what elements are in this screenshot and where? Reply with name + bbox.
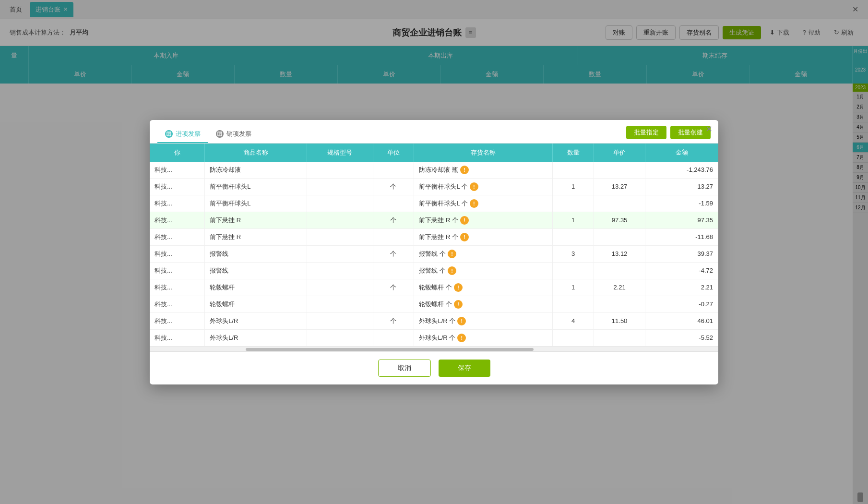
warning-icon: ! (460, 233, 469, 241)
cell-amount: 39.37 (645, 245, 718, 262)
cell-unit: 个 (373, 245, 414, 262)
cell-price (594, 296, 645, 312)
table-row[interactable]: 科技... 轮毂螺杆 个 轮毂螺杆 个! 1 2.21 2.21 (150, 279, 718, 296)
invoice-table: 你 商品名称 规格型号 单位 存货名称 数量 单价 金额 科技... 防冻冷却液 (150, 144, 718, 347)
cell-product: 报警线 (205, 245, 307, 262)
table-scrollbar[interactable] (150, 347, 718, 351)
cell-price (594, 228, 645, 245)
cell-product: 轮毂螺杆 (205, 279, 307, 296)
warning-icon: ! (448, 266, 456, 275)
cell-product: 报警线 (205, 262, 307, 279)
cell-amount: -1.59 (645, 195, 718, 212)
modal-overlay: 进项发票 销项发票 批量指定 批量创建 ✕ (0, 0, 868, 504)
modal-table-wrapper[interactable]: 你 商品名称 规格型号 单位 存货名称 数量 单价 金额 科技... 防冻冷却液 (150, 144, 718, 347)
cell-qty (553, 228, 594, 245)
cell-inventory[interactable]: 轮毂螺杆 个! (414, 296, 553, 312)
table-row[interactable]: 科技... 轮毂螺杆 轮毂螺杆 个! -0.27 (150, 296, 718, 312)
cell-unit (373, 162, 414, 179)
modal-dialog: 进项发票 销项发票 批量指定 批量创建 ✕ (150, 120, 718, 384)
scrollbar-thumb[interactable] (246, 348, 534, 351)
cell-amount: -11.68 (645, 228, 718, 245)
col-header-qty: 数量 (553, 144, 594, 162)
table-row[interactable]: 科技... 前下悬挂 R 个 前下悬挂 R 个! 1 97.35 97.35 (150, 212, 718, 228)
table-row[interactable]: 科技... 前平衡杆球头L 前平衡杆球头L 个! -1.59 (150, 195, 718, 212)
cell-unit (373, 296, 414, 312)
cell-spec (307, 195, 373, 212)
purchase-invoice-icon (165, 130, 173, 138)
save-button[interactable]: 保存 (439, 360, 490, 377)
cancel-button[interactable]: 取消 (378, 360, 431, 377)
cell-supplier: 科技... (150, 162, 205, 179)
cell-inventory[interactable]: 外球头L/R 个! (414, 329, 553, 346)
cell-spec (307, 262, 373, 279)
cell-unit (373, 228, 414, 245)
warning-icon: ! (457, 334, 466, 342)
modal-header-buttons: 批量指定 批量创建 (626, 126, 711, 143)
cell-amount: -1,243.76 (645, 162, 718, 179)
cell-price: 13.27 (594, 178, 645, 195)
col-header-supplier: 你 (150, 144, 205, 162)
tab-purchase-invoice[interactable]: 进项发票 (157, 126, 208, 143)
warning-icon: ! (470, 199, 478, 208)
cell-spec (307, 329, 373, 346)
table-row[interactable]: 科技... 报警线 报警线 个! -4.72 (150, 262, 718, 279)
cell-inventory[interactable]: 外球头L/R 个! (414, 312, 553, 329)
cell-inventory[interactable]: 前下悬挂 R 个! (414, 212, 553, 228)
table-header-row: 你 商品名称 规格型号 单位 存货名称 数量 单价 金额 (150, 144, 718, 162)
cell-qty: 1 (553, 178, 594, 195)
cell-inventory[interactable]: 前平衡杆球头L 个! (414, 178, 553, 195)
cell-amount: 13.27 (645, 178, 718, 195)
cell-supplier: 科技... (150, 245, 205, 262)
cell-price (594, 162, 645, 179)
batch-designate-button[interactable]: 批量指定 (626, 126, 666, 139)
cell-amount: -0.27 (645, 296, 718, 312)
cell-supplier: 科技... (150, 262, 205, 279)
cell-qty (553, 329, 594, 346)
warning-icon: ! (448, 250, 456, 258)
modal-header: 进项发票 销项发票 批量指定 批量创建 ✕ (150, 120, 718, 144)
cell-inventory[interactable]: 报警线 个! (414, 262, 553, 279)
table-row[interactable]: 科技... 外球头L/R 个 外球头L/R 个! 4 11.50 46.01 (150, 312, 718, 329)
col-header-unit: 单位 (373, 144, 414, 162)
cell-supplier: 科技... (150, 296, 205, 312)
cell-unit (373, 262, 414, 279)
cell-qty: 4 (553, 312, 594, 329)
cell-product: 前平衡杆球头L (205, 178, 307, 195)
cell-supplier: 科技... (150, 329, 205, 346)
warning-icon: ! (454, 300, 463, 309)
table-row[interactable]: 科技... 防冻冷却液 防冻冷却液 瓶! -1,243.76 (150, 162, 718, 179)
cell-amount: 2.21 (645, 279, 718, 296)
cell-price (594, 195, 645, 212)
warning-icon: ! (457, 317, 466, 325)
cell-qty (553, 296, 594, 312)
table-row[interactable]: 科技... 前下悬挂 R 前下悬挂 R 个! -11.68 (150, 228, 718, 245)
warning-icon: ! (460, 216, 469, 225)
cell-supplier: 科技... (150, 178, 205, 195)
cell-supplier: 科技... (150, 212, 205, 228)
cell-product: 外球头L/R (205, 329, 307, 346)
tab-sales-invoice[interactable]: 销项发票 (208, 126, 259, 143)
cell-spec (307, 245, 373, 262)
cell-unit: 个 (373, 312, 414, 329)
table-row[interactable]: 科技... 报警线 个 报警线 个! 3 13.12 39.37 (150, 245, 718, 262)
cell-inventory[interactable]: 报警线 个! (414, 245, 553, 262)
app-container: 首页 进销台账 ✕ ✕ 销售成本计算方法： 月平均 商贸企业进销台账 ≡ 对账 … (0, 0, 868, 504)
cell-inventory[interactable]: 轮毂螺杆 个! (414, 279, 553, 296)
col-header-amount: 金额 (645, 144, 718, 162)
cell-inventory[interactable]: 前平衡杆球头L 个! (414, 195, 553, 212)
cell-spec (307, 312, 373, 329)
batch-create-button[interactable]: 批量创建 (670, 126, 711, 139)
cell-inventory[interactable]: 防冻冷却液 瓶! (414, 162, 553, 179)
cell-product: 前下悬挂 R (205, 212, 307, 228)
cell-price (594, 329, 645, 346)
col-header-inventory-name: 存货名称 (414, 144, 553, 162)
table-row[interactable]: 科技... 外球头L/R 外球头L/R 个! -5.52 (150, 329, 718, 346)
cell-product: 前下悬挂 R (205, 228, 307, 245)
table-row[interactable]: 科技... 前平衡杆球头L 个 前平衡杆球头L 个! 1 13.27 13.27 (150, 178, 718, 195)
col-header-product-name: 商品名称 (205, 144, 307, 162)
cell-supplier: 科技... (150, 312, 205, 329)
cell-price: 11.50 (594, 312, 645, 329)
cell-inventory[interactable]: 前下悬挂 R 个! (414, 228, 553, 245)
sales-invoice-label: 销项发票 (226, 130, 251, 138)
modal-close-button[interactable]: ✕ (705, 125, 713, 133)
